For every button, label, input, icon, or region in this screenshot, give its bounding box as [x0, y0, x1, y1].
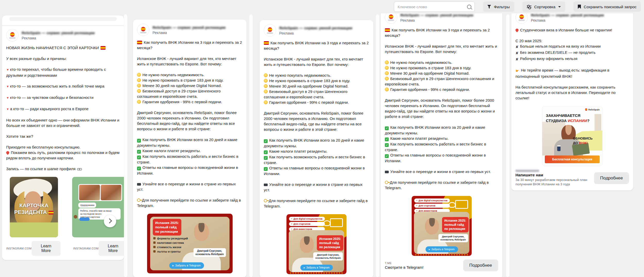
ad-image-guide[interactable]: Испания 2025:полный гайдпо релокацииформ… [147, 214, 233, 273]
spain-logo-icon [10, 32, 15, 37]
green-check-icon [137, 155, 141, 159]
ad-text-line: Гарантия одобрения - 99% с первой подачи… [137, 99, 242, 105]
telegram-cta-button[interactable]: Забрать в Telegram [426, 246, 458, 252]
title-line: СТУДВИЗА ИСПАНИИ? [546, 118, 590, 123]
ad-text-line: У всех разные судьбы и причины: [6, 56, 120, 61]
ad-text: Как получить ВНЖ Испании на 3 года и пер… [385, 28, 490, 38]
ad-text-line: Не нужно проживать в стране 183 дня в го… [137, 77, 242, 83]
column-scrollbar[interactable] [506, 14, 510, 277]
ad-text-paragraph: Для получения перейдите по ссылке и забе… [385, 180, 498, 191]
ad-image-guide[interactable]: Для digital-специалистовДля стартаповДля… [412, 196, 472, 256]
advertiser-avatar[interactable] [264, 24, 276, 37]
green-check-icon [264, 139, 268, 143]
ad-text-line: Испанское ВНЖ - лучший вариант для тех, … [137, 56, 242, 67]
yellow-circle-icon [264, 90, 268, 93]
spain-flag-icon [48, 211, 54, 214]
ad-text-paragraph: а кто-то — ради карьерного роста в Европ… [6, 106, 120, 112]
carousel-next-button[interactable] [104, 215, 116, 227]
ad-text: Испанское ВНЖ - лучший вариант для тех, … [137, 56, 236, 66]
advertiser-name[interactable]: ReloSpain — сервис умной релокации [400, 13, 473, 18]
learn-more-button[interactable]: Learn More [99, 241, 124, 256]
filters-button[interactable]: Фильтры [483, 2, 514, 12]
creative-name-label: Дмитрий Сергунин,основатель ReloSpain [313, 252, 343, 261]
yellow-circle-icon [137, 84, 141, 88]
details-button[interactable]: Подробнее [594, 172, 629, 184]
link-domain: INSTAGRAM.COM [6, 247, 32, 250]
footer-info: T.MEСмотрите в Telegram! [385, 262, 423, 270]
yellow-circle-icon [385, 71, 389, 75]
search-icon [467, 5, 471, 9]
ad-card-header-text: ReloSpain — сервис умной релокацииРеклам… [152, 25, 226, 35]
avatar-text-blur [140, 32, 146, 33]
link-domain: INSTAGRAM.COM [73, 247, 99, 250]
ad-text-line: Как получить ВНЖ Испании всего за 20 дне… [137, 137, 242, 148]
column-scrollbar[interactable] [124, 14, 127, 277]
ad-card: ReloSpain — сервис умной релокацииРеклам… [511, 7, 633, 191]
ad-label: Реклама [531, 18, 604, 22]
subtitle-part-red: ВНЖ! [579, 141, 588, 145]
ad-image-studviza[interactable]: ReloSpainЗАКАНЧИВАЕТСЯСТУДВИЗА ИСПАНИИ?О… [542, 106, 603, 166]
ad-text-line: Безвизовый доступ в 29 стран Шенгенского… [137, 88, 242, 99]
ad-text: Не теряйте время — выход есть: модификац… [515, 68, 609, 79]
advertiser-name[interactable]: ReloSpain — сервис умной релокации [531, 13, 604, 18]
advertiser-name[interactable]: ReloSpain — сервис умной релокации [22, 31, 95, 35]
video-camera-icon [264, 184, 268, 186]
carousel-item-footer: INSTAGRAM.COMLearn More [72, 241, 124, 256]
ad-text: Больше нельзя податься на визу из Испани… [520, 44, 601, 48]
advertiser-name[interactable]: ReloSpain — сервис умной релокации [152, 25, 226, 30]
chat-photo [101, 185, 122, 200]
ad-text-line: кто-то переехал, чтобы больше времени пр… [6, 67, 120, 78]
ad-text-paragraph: Как получить ВНЖ Испании всего за 20 дне… [385, 125, 498, 163]
pin-icon [6, 151, 10, 155]
telegram-cta-button[interactable]: Забрать в Telegram [300, 265, 333, 271]
ad-card-header-text: ReloSpain — сервис умной релокацииРеклам… [279, 26, 352, 35]
advertiser-avatar[interactable] [6, 29, 19, 41]
advertiser-name[interactable]: ReloSpain — сервис умной релокации [279, 26, 352, 30]
details-button[interactable]: Подробнее [463, 259, 498, 271]
ad-card-header-text: ReloSpain — сервис умной релокацииРеклам… [22, 31, 95, 40]
column-scrollbar[interactable] [376, 14, 379, 277]
badge-line: полный гайд [444, 223, 466, 227]
search-input[interactable] [397, 4, 467, 9]
pin-icon [515, 28, 519, 32]
sort-button[interactable]: Сортировка [522, 2, 565, 12]
spain-flag-icon [137, 41, 142, 44]
x-mark-icon [515, 50, 519, 56]
ad-text-paragraph: Не теряйте время — выход есть: модификац… [515, 67, 629, 79]
save-search-button[interactable]: Сохранить поисковый запрос [573, 2, 641, 12]
ad-image-resident-card[interactable]: КАРТОЧКАРЕЗИДЕНТА [10, 177, 58, 237]
ad-text: Не нужно покупать недвижимость. [142, 73, 205, 77]
yellow-circle-icon [137, 100, 141, 104]
name-line: Дмитрий Сергунин, [440, 235, 466, 238]
link-description: За 30 минут разработаем персональный пла… [515, 178, 591, 186]
ad-text: Дмитрий Сергунин, основатель ReloSpain, … [264, 111, 363, 132]
ad-text: Для получения перейдите по ссылке и забе… [137, 198, 241, 208]
ad-image-guide[interactable]: Для digital-специалистовДля стартаповДля… [286, 214, 346, 274]
ad-text-line: Дмитрий Сергунин, основатель ReloSpain, … [264, 110, 369, 132]
ad-text: Гарантия одобрения - 99% с первой подачи… [142, 100, 222, 104]
ad-image-chat-review[interactable]: УррррраааааРебята, спасибо вам за вашуза… [72, 177, 124, 237]
ad-text-line: Безвизовый доступ в 29 стран Шенгенского… [385, 76, 498, 87]
ad-text-line: Запись — по ссылке в шапке профиля [6, 166, 120, 171]
column-scrollbar[interactable] [249, 14, 253, 277]
ad-text-line: Но всех их объединяет одно — они оформил… [6, 117, 120, 128]
ad-card-header-text: ReloSpain — сервис умной релокацииРеклам… [400, 13, 473, 22]
learn-more-button[interactable]: Learn More [32, 241, 61, 256]
clothes-shape [10, 222, 58, 237]
ad-text-paragraph: НОВАЯ ЖИЗНЬ НАЧИНАЕТСЯ С ЭТОЙ КАРТОЧКИ [6, 45, 120, 50]
ad-text-line: Покажем весь путь, разложим процесс по п… [6, 150, 120, 161]
chat-bubble: Урррррааааа [78, 203, 96, 208]
ad-text: Как получить возможность работать и вест… [264, 155, 365, 165]
advertiser-avatar[interactable] [137, 24, 149, 36]
green-check-icon [385, 143, 389, 147]
badge-line: по релокации [155, 229, 179, 234]
ad-text: С 20 мая 2025: [515, 39, 542, 43]
sort-label: Сортировка [534, 5, 555, 9]
ad-text-paragraph: Испанское ВНЖ - лучший вариант для тех, … [137, 56, 242, 67]
ad-text: кто-то переехал, чтобы больше времени пр… [6, 67, 106, 77]
free-consultation-button[interactable]: Бесплатная консультация [545, 155, 600, 163]
telegram-cta-button[interactable]: Забрать в Telegram [169, 262, 204, 269]
keyword-search[interactable] [394, 2, 475, 12]
yellow-circle-icon [385, 77, 389, 81]
ad-text-line: Студенческая виза в Испании больше не га… [515, 27, 629, 33]
